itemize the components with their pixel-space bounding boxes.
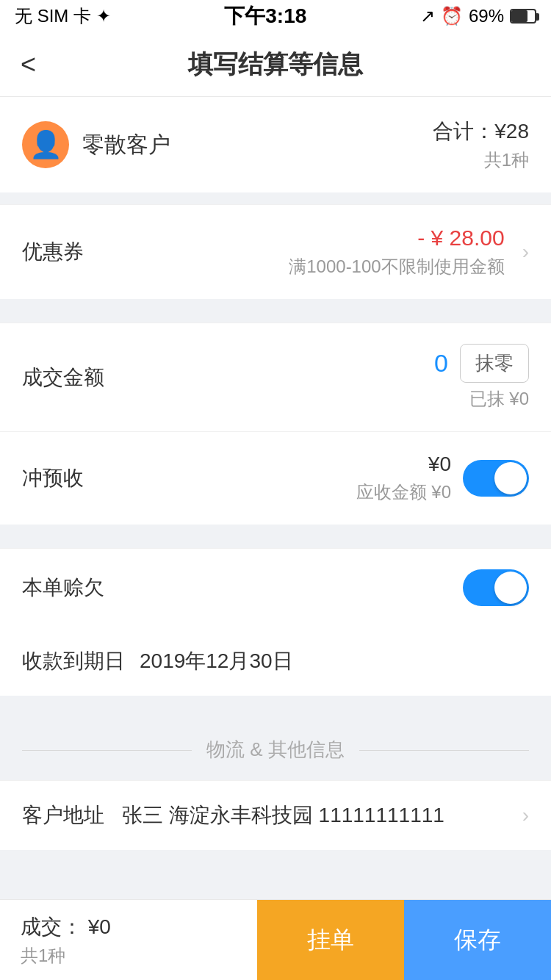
avatar-icon: 👤	[29, 129, 62, 160]
debit-toggle[interactable]	[463, 569, 529, 606]
save-button[interactable]: 保存	[404, 900, 551, 981]
battery-icon	[510, 9, 536, 24]
nav-bar: < 填写结算等信息	[0, 32, 551, 97]
section-divider-1	[0, 311, 551, 323]
status-bar: 无 SIM 卡 ✦ 下午3:18 ↗ ⏰ 69%	[0, 0, 551, 32]
prepayment-sub: 应收金额 ¥0	[356, 480, 451, 504]
address-row[interactable]: 客户地址 张三 海淀永丰科技园 11111111111 ›	[0, 780, 551, 850]
logistics-section: 物流 & 其他信息	[0, 719, 551, 780]
coupon-row[interactable]: 优惠券 - ¥ 28.00 满1000-100不限制使用金额 ›	[0, 204, 551, 299]
section-divider-3	[0, 707, 551, 719]
pending-button[interactable]: 挂单	[257, 900, 404, 981]
address-card[interactable]: 客户地址 张三 海淀永丰科技园 11111111111 ›	[0, 780, 551, 850]
customer-count: 共1种	[433, 148, 529, 172]
logistics-text: 物流 & 其他信息	[192, 737, 359, 763]
debit-toggle-knob	[494, 572, 527, 604]
status-time: 下午3:18	[224, 2, 306, 30]
erase-button[interactable]: 抹零	[460, 344, 529, 383]
customer-avatar: 👤	[22, 121, 69, 168]
customer-card: 👤 零散客户 合计：¥28 共1种	[0, 97, 551, 192]
coupon-value: - ¥ 28.00	[289, 226, 504, 251]
debit-row: 本单赊欠	[0, 548, 551, 627]
due-date-row: 收款到期日 2019年12月30日	[0, 627, 551, 696]
address-chevron-icon: ›	[522, 804, 529, 827]
debit-card: 本单赊欠 收款到期日 2019年12月30日	[0, 548, 551, 696]
bottom-bar: 成交： ¥0 共1种 挂单 保存	[0, 899, 551, 980]
bottom-deal-value: ¥0	[88, 915, 111, 938]
deal-amount-right: 0 抹零 已抹 ¥0	[389, 344, 529, 411]
customer-row: 👤 零散客户 合计：¥28 共1种	[0, 97, 551, 192]
coupon-chevron-icon: ›	[522, 240, 529, 264]
deal-amount-row: 成交金额 0 抹零 已抹 ¥0	[0, 323, 551, 431]
deal-card: 成交金额 0 抹零 已抹 ¥0 冲预收 ¥0 应收金额 ¥0	[0, 323, 551, 525]
deal-amount-label: 成交金额	[22, 364, 104, 392]
due-date-value: 2019年12月30日	[140, 647, 293, 675]
customer-left: 👤 零散客户	[22, 121, 170, 168]
prepayment-label: 冲预收	[22, 464, 84, 492]
content: 👤 零散客户 合计：¥28 共1种 优惠券 - ¥ 28.00 满1000-10…	[0, 97, 551, 950]
deal-amount-sub: 已抹 ¥0	[389, 387, 529, 411]
address-value: 张三 海淀永丰科技园 11111111111	[122, 801, 516, 829]
page-title: 填写结算等信息	[188, 48, 363, 82]
deal-amount-input[interactable]: 0	[389, 349, 448, 378]
coupon-label: 优惠券	[22, 238, 84, 266]
toggle-knob	[494, 462, 527, 494]
status-left: 无 SIM 卡 ✦	[15, 4, 111, 28]
customer-total: 合计：¥28	[433, 118, 529, 145]
prepayment-row: 冲预收 ¥0 应收金额 ¥0	[0, 431, 551, 525]
no-sim-text: 无 SIM 卡 ✦	[15, 4, 111, 28]
section-divider-2	[0, 536, 551, 548]
bottom-info: 成交： ¥0 共1种	[0, 913, 257, 968]
location-icon: ↗	[420, 6, 435, 26]
prepayment-right: ¥0 应收金额 ¥0	[356, 453, 529, 504]
customer-right: 合计：¥28 共1种	[433, 118, 529, 172]
bottom-deal-text: 成交：	[21, 915, 82, 938]
coupon-sub: 满1000-100不限制使用金额	[289, 255, 504, 278]
bottom-count: 共1种	[21, 944, 237, 968]
coupon-right: - ¥ 28.00 满1000-100不限制使用金额 ›	[289, 226, 529, 278]
prepayment-value: ¥0	[356, 453, 451, 476]
bottom-deal-label: 成交： ¥0	[21, 913, 237, 941]
alarm-icon: ⏰	[441, 6, 463, 26]
due-date-label: 收款到期日	[22, 647, 125, 675]
customer-name: 零散客户	[82, 130, 170, 160]
coupon-card: 优惠券 - ¥ 28.00 满1000-100不限制使用金额 ›	[0, 204, 551, 299]
status-right: ↗ ⏰ 69%	[420, 6, 536, 26]
address-label: 客户地址	[22, 801, 104, 829]
prepayment-toggle[interactable]	[463, 460, 529, 497]
battery-text: 69%	[469, 6, 504, 26]
debit-label: 本单赊欠	[22, 574, 104, 602]
back-button[interactable]: <	[21, 49, 36, 80]
debit-right	[463, 569, 529, 606]
